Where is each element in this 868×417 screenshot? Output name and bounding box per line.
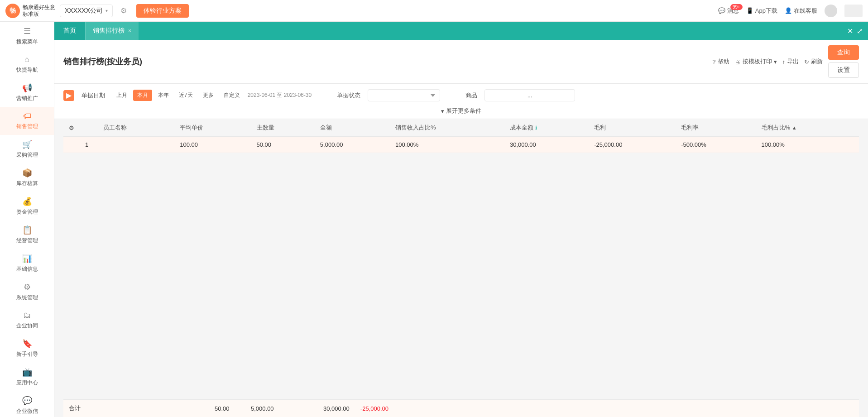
status-filter-label: 单据状态 [337, 91, 360, 100]
col-employee: 员工名称 [98, 119, 174, 137]
date-btn-7days[interactable]: 近7天 [175, 90, 197, 101]
sidebar-item-enterprise[interactable]: 🗂 企业协同 [0, 306, 54, 334]
page-title: 销售排行榜(按业务员) [63, 56, 142, 67]
tab-home[interactable]: 首页 [54, 22, 85, 40]
col-sales-pct: 销售收入占比% [390, 119, 504, 137]
management-icon: 📋 [22, 225, 32, 235]
export-button[interactable]: ↑ 导出 [782, 58, 799, 66]
help-icon: ? [712, 58, 715, 65]
avatar[interactable] [825, 5, 837, 17]
sidebar-item-sales[interactable]: 🏷 销售管理 [0, 107, 54, 135]
print-icon: 🖨 [735, 58, 741, 65]
goods-filter-label: 商品 [465, 91, 477, 100]
date-btn-custom[interactable]: 自定义 [220, 90, 244, 101]
tab-close-icon[interactable]: × [128, 28, 131, 34]
date-filter-buttons: 上月 本月 本年 近7天 更多 自定义 2023-06-01 至 2023-06… [112, 90, 312, 101]
sidebar-item-system[interactable]: ⚙ 系统管理 [0, 278, 54, 306]
date-btn-more[interactable]: 更多 [199, 90, 218, 101]
table-area: ⚙ 员工名称 平均单价 主数量 全额 销售收入占比% 成本全额 ℹ 毛利 [54, 119, 868, 399]
tab-close-window-icon[interactable]: ✕ [847, 27, 853, 35]
expand-conditions-button[interactable]: ▾ 展开更多条件 [441, 107, 481, 115]
sidebar-item-marketing[interactable]: 📢 营销推广 [0, 78, 54, 107]
footer-label: 合计 [69, 404, 137, 412]
row-rank: 1 [80, 137, 98, 153]
data-table: ⚙ 员工名称 平均单价 主数量 全额 销售收入占比% 成本全额 ℹ 毛利 [63, 119, 859, 153]
message-icon: 💬 [718, 7, 725, 14]
app-download-button[interactable]: 📱 App下载 [746, 7, 777, 15]
setting-button[interactable]: 设置 [828, 62, 859, 78]
col-gross: 毛利 [589, 119, 676, 137]
page-header-actions: ? 帮助 🖨 按模板打印 ▾ ↑ 导出 ↻ 刷新 [712, 45, 859, 78]
row-quantity: 50.00 [251, 137, 315, 153]
finance-icon: 💰 [22, 197, 32, 206]
sidebar-item-finance[interactable]: 💰 资金管理 [0, 192, 54, 220]
print-button[interactable]: 🖨 按模板打印 ▾ [735, 58, 777, 66]
sidebar-item-management[interactable]: 📋 经营管理 [0, 220, 54, 249]
print-dropdown-icon: ▾ [774, 58, 777, 65]
row-gross-pct: 100.00% [756, 137, 859, 153]
tab-bar: 首页 销售排行榜 × ✕ ⤢ [54, 22, 868, 40]
sidebar-item-guide[interactable]: 🔖 新手引导 [0, 334, 54, 363]
table-row: 1 100.00 50.00 5,000.00 100.00% 30,000.0… [63, 137, 859, 153]
page-header: 销售排行榜(按业务员) ? 帮助 🖨 按模板打印 ▾ ↑ 导出 [54, 40, 868, 84]
search-menu-icon: ☰ [24, 26, 31, 36]
col-gross-rate: 毛利率 [676, 119, 756, 137]
sidebar-item-inventory[interactable]: 📦 库存核算 [0, 163, 54, 192]
row-gross-rate: -500.00% [676, 137, 756, 153]
row-sales-pct: 100.00% [390, 137, 504, 153]
date-btn-this-month[interactable]: 本月 [133, 90, 152, 101]
logo-icon: 畅 [5, 4, 20, 18]
guide-icon: 🔖 [22, 339, 32, 349]
main-layout: ☰ 搜索菜单 ⌂ 快捷导航 📢 营销推广 🏷 销售管理 🛒 采购管理 📦 库存核… [0, 22, 868, 417]
status-select[interactable] [368, 89, 440, 101]
refresh-button[interactable]: ↻ 刷新 [804, 58, 823, 66]
app-center-icon: 📺 [22, 367, 32, 377]
gear-icon[interactable]: ⚙ [116, 4, 131, 18]
date-btn-this-year[interactable]: 本年 [154, 90, 173, 101]
sidebar: ☰ 搜索菜单 ⌂ 快捷导航 📢 营销推广 🏷 销售管理 🛒 采购管理 📦 库存核… [0, 22, 54, 417]
sidebar-item-basic-info[interactable]: 📊 基础信息 [0, 249, 54, 278]
col-rank [80, 119, 98, 137]
row-employee [98, 137, 174, 153]
sidebar-item-wechat[interactable]: 💬 企业微信 [0, 391, 54, 417]
date-btn-last-month[interactable]: 上月 [112, 90, 131, 101]
sidebar-item-app-center[interactable]: 📺 应用中心 [0, 363, 54, 391]
footer-amount: 5,000.00 [245, 405, 282, 412]
purchase-icon: 🛒 [22, 139, 32, 149]
company-selector[interactable]: XXXXXX公司 ▾ [60, 5, 113, 17]
message-button[interactable]: 💬 消息 99+ [718, 7, 739, 15]
date-range-display: 2023-06-01 至 2023-06-30 [248, 91, 312, 99]
goods-input[interactable] [484, 89, 575, 101]
basic-info-icon: 📊 [22, 254, 32, 264]
col-cost: 成本全额 ℹ [504, 119, 589, 137]
top-bar: 畅 畅康通好生意 标准版 XXXXXX公司 ▾ ⚙ 体验行业方案 💬 消息 99… [0, 0, 868, 22]
sidebar-item-nav[interactable]: ⌂ 快捷导航 [0, 50, 54, 78]
filter-collapse-btn[interactable]: ▶ [63, 90, 74, 101]
col-settings[interactable]: ⚙ [63, 119, 80, 137]
query-button[interactable]: 查询 [828, 45, 859, 60]
help-button[interactable]: ? 帮助 [712, 58, 729, 66]
cost-info-icon: ℹ [535, 125, 537, 130]
row-settings [63, 137, 80, 153]
tab-sales-ranking[interactable]: 销售排行榜 × [85, 22, 139, 40]
col-avg-price: 平均单价 [174, 119, 251, 137]
content-area: 首页 销售排行榜 × ✕ ⤢ 销售排行榜(按业务员) ? 帮助 [54, 22, 868, 417]
sidebar-item-search[interactable]: ☰ 搜索菜单 [0, 22, 54, 50]
trial-button[interactable]: 体验行业方案 [136, 4, 189, 18]
online-service-button[interactable]: 👤 在线客服 [785, 7, 817, 15]
footer-quantity: 50.00 [209, 405, 245, 412]
col-amount: 全额 [315, 119, 390, 137]
row-amount: 5,000.00 [315, 137, 390, 153]
footer-gross: -25,000.00 [355, 405, 394, 412]
page-content: 销售排行榜(按业务员) ? 帮助 🖨 按模板打印 ▾ ↑ 导出 [54, 40, 868, 417]
message-badge: 99+ [730, 4, 743, 10]
row-gross: -25,000.00 [589, 137, 676, 153]
filter-row: ▶ 单据日期 上月 本月 本年 近7天 更多 自定义 2023-06-01 至 … [63, 89, 859, 101]
app-icon: 📱 [746, 7, 753, 14]
sidebar-item-purchase[interactable]: 🛒 采购管理 [0, 135, 54, 163]
tab-expand-icon[interactable]: ⤢ [857, 27, 863, 35]
col-gross-pct: 毛利占比% ▲ [756, 119, 859, 137]
footer-cost: 30,000.00 [318, 405, 355, 412]
logo: 畅 畅康通好生意 标准版 [5, 4, 60, 18]
inventory-icon: 📦 [22, 168, 32, 178]
